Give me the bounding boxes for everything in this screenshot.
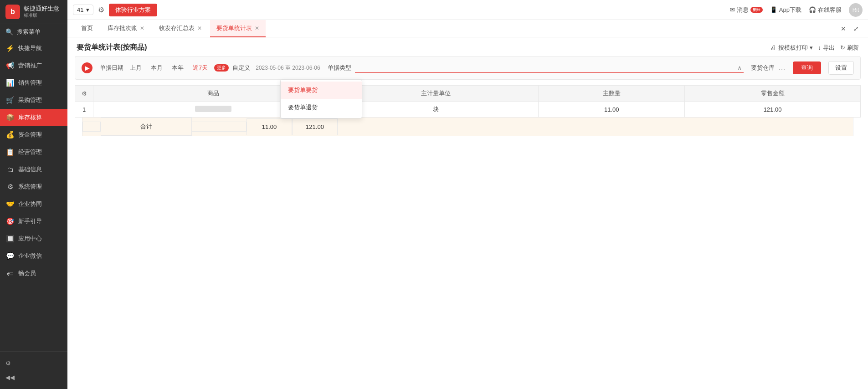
sidebar-item-quick-nav[interactable]: ⚡快捷导航 [0,40,67,57]
sidebar-item-member[interactable]: 🏷畅会员 [0,265,67,282]
app-download-label: App下载 [779,6,801,14]
notification-label: 消息 [737,6,749,14]
app-download-btn[interactable]: 📱 App下载 [770,6,801,14]
export-icon: ↓ [818,44,822,51]
tab-receivable[interactable]: 收发存汇总表✕ [153,20,208,37]
tabs-bar: 首页库存批次账✕收发存汇总表✕要货单统计表✕ ✕ ⤢ [67,20,868,37]
wechat-icon: 💬 [5,252,15,260]
tab-close-order-stats[interactable]: ✕ [255,25,259,31]
sidebar-item-inventory[interactable]: 📦库存核算 [0,109,67,126]
online-service-btn[interactable]: 🎧 在线客服 [809,6,842,14]
sidebar-item-guide[interactable]: 🎯新手引导 [0,213,67,230]
filter-type-chevron-icon[interactable]: ∧ [735,64,744,72]
filter-setting-btn[interactable]: 设置 [828,61,854,75]
refresh-btn[interactable]: ↻ 刷新 [840,44,859,52]
sidebar-item-label: 企业微信 [18,252,42,260]
enterprise-icon: 🤝 [5,200,15,208]
purchase-icon: 🛒 [5,96,15,104]
export-label: 导出 [823,44,835,52]
sidebar-collapse[interactable]: ◀◀ [0,370,67,384]
sidebar-item-apps[interactable]: 🔲应用中心 [0,230,67,247]
basic-icon: 🗂 [5,166,15,174]
filter-date-this-year[interactable]: 本年 [169,63,186,73]
notification-btn[interactable]: ✉ 消息 99+ [730,6,763,14]
topbar-settings-icon[interactable]: ⚙ [98,5,104,14]
operations-icon: 📋 [5,148,15,156]
sidebar-item-system[interactable]: ⚙系统管理 [0,178,67,195]
tab-inventory-batch[interactable]: 库存批次账✕ [101,20,151,37]
sidebar-item-label: 资金管理 [18,131,42,139]
filter-date-this-month[interactable]: 本月 [148,63,165,73]
footer-total-row: 合计 11.00 121.00 [82,118,853,136]
filter-warehouse-more-icon[interactable]: … [778,64,786,72]
filter-bar: ▶ 单据日期 上月 本月 本年 近7天 更多 自定义 2023-05-06 至 … [75,56,861,80]
filter-query-btn[interactable]: 查询 [793,61,821,74]
tab-close-inventory-batch[interactable]: ✕ [140,25,144,31]
sidebar-item-label: 营销推广 [18,61,42,70]
table-header-row: ⚙ 商品 主计量单位 主数量 零售金额 [75,86,861,102]
tab-home[interactable]: 首页 [75,20,99,37]
filter-date-custom[interactable]: 自定义 [232,64,250,72]
industry-btn[interactable]: 体验行业方案 [109,4,157,16]
filter-date-label: 单据日期 [100,64,123,72]
apps-icon: 🔲 [5,235,15,243]
sidebar-item-marketing[interactable]: 📢营销推广 [0,57,67,74]
sidebar-item-label: 应用中心 [18,235,42,243]
footer-empty [82,122,101,132]
page-title: 要货单统计表(按商品) [77,43,147,52]
sidebar-item-finance[interactable]: 💰资金管理 [0,126,67,143]
dropdown-item-1[interactable]: 要货单退货 [281,99,362,116]
tabs-right: ✕ ⤢ [839,24,861,33]
sidebar: b 畅捷通好生意 标准版 🔍 搜索菜单 ⚡快捷导航📢营销推广📊销售管理🛒采购管理… [0,0,67,389]
export-btn[interactable]: ↓ 导出 [818,44,835,52]
maximize-window-icon[interactable]: ⤢ [852,24,861,33]
filter-type-input-wrap: ∧ [355,63,744,73]
print-btn[interactable]: 🖨 按模板打印 ▾ [770,44,813,52]
sidebar-item-wechat[interactable]: 💬企业微信 [0,247,67,265]
sidebar-search[interactable]: 🔍 搜索菜单 [0,24,67,40]
topbar: 41 ▾ ⚙ 体验行业方案 ✉ 消息 99+ 📱 App下载 🎧 在线客服 Ri… [67,0,868,20]
tab-order-stats[interactable]: 要货单统计表✕ [210,20,266,37]
logo-icon: b [5,5,20,19]
sidebar-item-operations[interactable]: 📋经营管理 [0,143,67,161]
finance-icon: 💰 [5,131,15,139]
filter-type-input[interactable] [355,63,735,72]
filter-date-more-badge[interactable]: 更多 [214,64,229,72]
filter-expand-btn[interactable]: ▶ [82,62,92,73]
logo-title: 畅捷通好生意 [24,5,59,13]
sidebar-item-label: 系统管理 [18,183,42,191]
page-actions: 🖨 按模板打印 ▾ ↓ 导出 ↻ 刷新 [770,44,859,52]
tab-close-receivable[interactable]: ✕ [197,25,202,31]
sidebar-item-sales[interactable]: 📊销售管理 [0,74,67,92]
main-table: ⚙ 商品 主计量单位 主数量 零售金额 1 块 11.00 121.00 [75,85,861,118]
filter-date-7days[interactable]: 近7天 [190,63,211,73]
company-selector[interactable]: 41 ▾ [73,5,93,15]
sidebar-item-purchase[interactable]: 🛒采购管理 [0,92,67,109]
sidebar-item-label: 销售管理 [18,79,42,87]
table-wrap: ⚙ 商品 主计量单位 主数量 零售金额 1 块 11.00 121.00 [75,85,861,136]
user-avatar[interactable]: Rit [849,3,863,17]
quick-nav-icon: ⚡ [5,44,15,52]
print-chevron-icon: ▾ [810,44,813,51]
row-unit: 块 [333,102,539,118]
settings-icon: ⚙ [5,360,11,367]
sidebar-item-enterprise[interactable]: 🤝企业协同 [0,195,67,213]
refresh-label: 刷新 [847,44,859,52]
filter-date-group: 单据日期 上月 本月 本年 近7天 更多 自定义 2023-05-06 至 20… [100,63,320,73]
print-label: 按模板打印 [778,44,808,52]
close-window-icon[interactable]: ✕ [839,24,848,33]
collapse-icon: ◀◀ [5,374,15,381]
sidebar-bottom-settings[interactable]: ⚙ [0,356,67,370]
company-value: 41 [77,6,83,13]
sidebar-item-label: 畅会员 [18,269,36,277]
search-icon: 🔍 [5,28,13,36]
footer-unit [192,122,247,132]
sidebar-item-basic[interactable]: 🗂基础信息 [0,161,67,178]
dropdown-item-0[interactable]: 要货单要货 [281,82,362,99]
col-settings[interactable]: ⚙ [75,86,93,102]
tab-label: 库存批次账 [108,24,137,32]
row-index: 1 [75,102,93,118]
filter-date-last-month[interactable]: 上月 [127,63,144,73]
tab-label: 要货单统计表 [216,24,252,32]
tab-label: 收发存汇总表 [159,24,195,32]
